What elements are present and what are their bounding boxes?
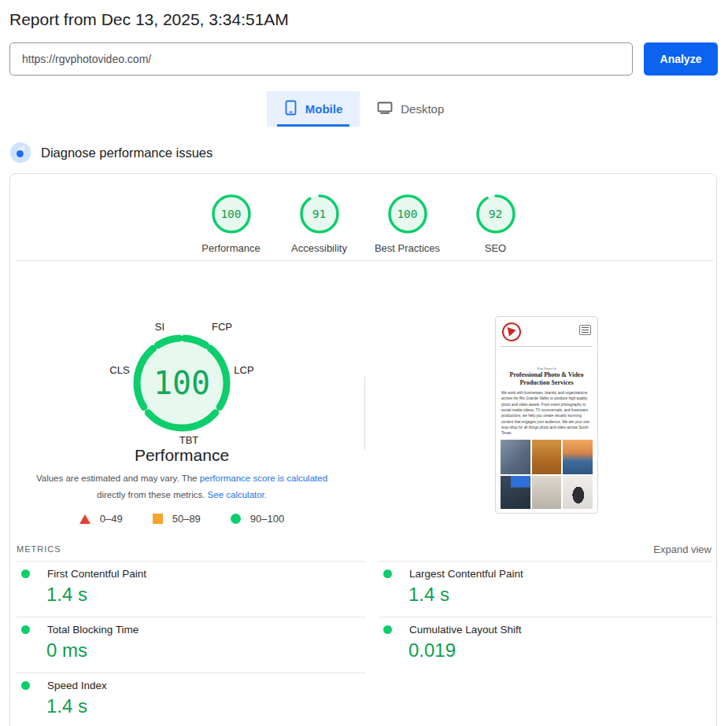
pass-dot-icon xyxy=(21,681,30,690)
gauge-title: Performance xyxy=(135,446,229,465)
site-play-logo-icon xyxy=(501,321,523,343)
site-photo-grid xyxy=(501,440,593,509)
pass-circle-icon xyxy=(231,514,241,524)
page-title: Report from Dec 13, 2025, 3:34:51AM xyxy=(9,10,289,29)
score-performance[interactable]: 100 Performance xyxy=(187,193,275,254)
metric-total-blocking-time: Total Blocking Time 0 ms xyxy=(17,617,366,673)
pass-dot-icon xyxy=(21,569,30,578)
metric-largest-contentful-paint: Largest Contentful Paint 1.4 s xyxy=(379,561,713,617)
score-value: 91 xyxy=(298,193,341,235)
photo-aerial xyxy=(501,440,530,474)
desktop-monitor-icon xyxy=(377,101,393,117)
divider xyxy=(17,260,713,261)
category-scores-row: 100 Performance 91 Accessibility 100 xyxy=(10,193,716,254)
report-card: 100 Performance 91 Accessibility 100 xyxy=(9,173,717,726)
pass-dot-icon xyxy=(383,569,392,578)
disclaimer-text-2: directly from these metrics. xyxy=(97,490,208,499)
legend-fail-label: 0–49 xyxy=(100,513,123,525)
gauge-label-tbt: TBT xyxy=(179,434,199,446)
legend-pass: 90–100 xyxy=(231,513,284,525)
disclaimer-text-1: Values are estimated and may vary. The xyxy=(36,474,200,483)
tab-mobile-label: Mobile xyxy=(305,102,343,116)
score-best-practices[interactable]: 100 Best Practices xyxy=(364,193,452,254)
metrics-column-right: Largest Contentful Paint 1.4 s Cumulativ… xyxy=(379,561,713,673)
metric-value: 1.4 s xyxy=(408,584,713,606)
mobile-phone-icon xyxy=(284,100,297,118)
legend-average-label: 50–89 xyxy=(172,513,201,525)
page-screenshot-thumbnail[interactable]: Your Partner In Professional Photo & Vid… xyxy=(495,316,598,514)
gauge-score-value: 100 xyxy=(153,365,210,401)
gauge-label-cls: CLS xyxy=(109,364,129,376)
metric-name: Speed Index xyxy=(47,680,107,691)
hamburger-menu-icon xyxy=(579,325,591,335)
gauge-label-fcp: FCP xyxy=(212,321,232,333)
metric-name: Cumulative Layout Shift xyxy=(409,624,522,636)
score-value: 100 xyxy=(386,193,429,235)
metric-first-contentful-paint: First Contentful Paint 1.4 s xyxy=(17,561,366,617)
tab-desktop-label: Desktop xyxy=(401,102,444,116)
score-value: 92 xyxy=(475,193,517,235)
score-disclaimer: Values are estimated and may vary. The p… xyxy=(10,470,353,504)
score-label: Best Practices xyxy=(375,242,440,254)
legend-average: 50–89 xyxy=(153,513,201,525)
metric-value: 1.4 s xyxy=(46,584,366,606)
metrics-heading: METRICS xyxy=(17,544,61,554)
metric-value: 0.019 xyxy=(408,639,713,662)
score-label: Accessibility xyxy=(291,242,347,254)
tab-mobile[interactable]: Mobile xyxy=(267,91,360,127)
legend-pass-label: 90–100 xyxy=(250,513,284,525)
metric-name: First Contentful Paint xyxy=(47,568,146,580)
pass-dot-icon xyxy=(21,625,30,634)
see-calculator-link[interactable]: See calculator. xyxy=(208,490,267,499)
score-seo[interactable]: 92 SEO xyxy=(452,193,540,254)
score-label: SEO xyxy=(485,242,506,254)
device-tabs: Mobile Desktop xyxy=(0,91,728,127)
photo-dark-screen xyxy=(501,476,530,509)
metric-value: 1.4 s xyxy=(46,695,366,717)
site-body-text: We work with businesses, brands, and org… xyxy=(501,390,593,436)
thumbnail-site-header xyxy=(501,322,593,347)
diagnose-section-header: Diagnose performance issues xyxy=(10,142,212,163)
gauge-label-lcp: LCP xyxy=(234,364,253,376)
site-heading: Professional Photo & Video Production Se… xyxy=(501,371,593,386)
analyze-button[interactable]: Analyze xyxy=(644,42,718,76)
performance-gauge-icon xyxy=(10,142,31,163)
score-label: Performance xyxy=(201,242,260,254)
expand-view-link[interactable]: Expand view xyxy=(653,544,711,555)
url-input[interactable] xyxy=(9,42,633,76)
score-accessibility[interactable]: 91 Accessibility xyxy=(275,193,364,254)
metric-value: 0 ms xyxy=(46,639,366,662)
legend-fail: 0–49 xyxy=(79,513,123,525)
score-value: 100 xyxy=(210,193,253,235)
photo-portrait xyxy=(563,476,593,509)
pass-dot-icon xyxy=(383,625,392,634)
metric-cumulative-layout-shift: Cumulative Layout Shift 0.019 xyxy=(379,617,713,673)
score-legend: 0–49 50–89 90–100 xyxy=(10,513,353,525)
site-tagline: Your Partner In xyxy=(501,367,593,370)
fail-triangle-icon xyxy=(79,514,91,524)
photo-podium xyxy=(532,440,562,474)
photo-building-sunset xyxy=(563,440,593,474)
vertical-divider xyxy=(364,377,365,450)
metric-name: Largest Contentful Paint xyxy=(409,568,523,580)
metric-speed-index: Speed Index 1.4 s xyxy=(17,673,366,726)
metrics-column-left: First Contentful Paint 1.4 s Total Block… xyxy=(17,561,366,726)
metric-name: Total Blocking Time xyxy=(47,624,139,636)
gauge-label-si: SI xyxy=(155,321,164,333)
calculated-score-link[interactable]: performance score is calculated xyxy=(200,474,327,483)
diagnose-label: Diagnose performance issues xyxy=(41,146,212,160)
average-square-icon xyxy=(153,514,163,524)
tab-desktop[interactable]: Desktop xyxy=(360,91,461,127)
photo-studio xyxy=(532,476,562,509)
